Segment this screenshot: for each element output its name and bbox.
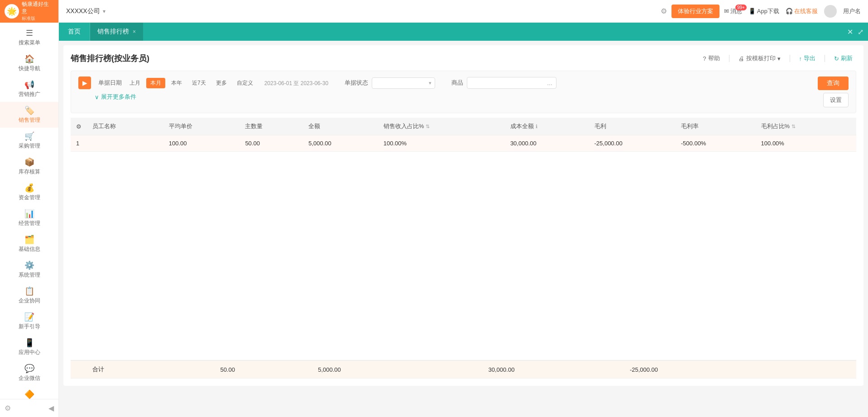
summary-gross-ratio — [815, 361, 856, 379]
online-service-button[interactable]: 🎧 在线客服 — [786, 7, 818, 15]
content-inner: 销售排行榜(按业务员) ? 帮助 🖨 按模板打印 ▾ ↑ — [63, 45, 863, 386]
expand-icon: ∨ — [95, 94, 99, 101]
sidebar-item-wechat[interactable]: 💬 企业微信 — [0, 360, 58, 386]
tab-home[interactable]: 首页 — [59, 23, 90, 41]
sidebar-item-operations[interactable]: 📊 经营管理 — [0, 205, 58, 231]
th-gross: 毛利 — [589, 118, 676, 135]
date-tab-thismonth[interactable]: 本月 — [146, 78, 165, 88]
sidebar-settings-icon[interactable]: ⚙ — [5, 404, 11, 412]
sidebar: 🌟 畅康通好生意 标准版 ☰ 搜索菜单 🏠 快捷导航 📢 营销推广 🏷️ 销售管… — [0, 0, 59, 417]
goods-input-dots[interactable]: ... — [547, 79, 552, 86]
trial-button[interactable]: 体验行业方案 — [671, 5, 719, 18]
member-icon: 🔶 — [24, 389, 34, 399]
sidebar-item-appstore[interactable]: 📱 应用中心 — [0, 334, 58, 360]
divider3 — [825, 55, 825, 62]
sidebar-item-basic[interactable]: 🗂️ 基础信息 — [0, 231, 58, 257]
sidebar-item-purchase[interactable]: 🛒 采购管理 — [0, 128, 58, 153]
cell-gross-ratio: 100.00% — [756, 135, 856, 152]
company-dropdown-icon[interactable]: ▾ — [103, 8, 106, 14]
date-tab-7days[interactable]: 近7天 — [188, 78, 210, 88]
filter-action-buttons: 查询 设置 — [810, 77, 849, 107]
sidebar-item-label: 快捷导航 — [19, 65, 40, 72]
help-button[interactable]: ? 帮助 — [699, 53, 723, 64]
sidebar-item-label: 企业微信 — [19, 374, 40, 382]
filter-toggle-button[interactable]: ▶ — [78, 77, 91, 89]
sidebar-item-sales[interactable]: 🏷️ 销售管理 — [0, 102, 58, 128]
sidebar-item-search[interactable]: ☰ 搜索菜单 — [0, 24, 58, 50]
page-content: 销售排行榜(按业务员) ? 帮助 🖨 按模板打印 ▾ ↑ — [59, 41, 868, 417]
cost-info-icon[interactable]: ℹ — [536, 124, 537, 129]
sidebar-item-label: 企业协同 — [19, 297, 40, 305]
expand-more-button[interactable]: ∨ 展开更多条件 — [78, 93, 810, 101]
sidebar-item-label: 资金管理 — [19, 194, 40, 201]
sidebar-item-collab[interactable]: 📋 企业协同 — [0, 283, 58, 308]
date-tab-lastmonth[interactable]: 上月 — [125, 78, 144, 88]
message-button[interactable]: ✉ 消息 99+ — [724, 7, 742, 15]
goods-label: 商品 — [451, 79, 463, 87]
summary-amount: 5,000.00 — [312, 361, 441, 379]
date-tab-custom[interactable]: 自定义 — [233, 78, 257, 88]
export-button[interactable]: ↑ 导出 — [796, 53, 820, 64]
summary-table: 合计 50.00 5,000.00 30,000.00 -25,000.00 — [71, 360, 856, 379]
goods-input-wrapper: ... — [467, 77, 556, 89]
message-badge: 99+ — [735, 5, 747, 10]
topbar-company: XXXXX公司 ▾ — [66, 7, 656, 15]
service-icon: 🎧 — [786, 8, 793, 14]
sales-icon: 🏷️ — [24, 105, 34, 115]
sidebar-item-label: 新手引导 — [19, 323, 40, 331]
sidebar-item-member[interactable]: 🔶 畅会员 — [0, 386, 58, 399]
sidebar-item-finance[interactable]: 💰 资金管理 — [0, 179, 58, 205]
date-range-wrapper: 2023-06-01 至 2023-06-30 — [264, 79, 328, 87]
topbar-gear-icon[interactable]: ⚙ — [661, 7, 667, 15]
print-dropdown-icon: ▾ — [777, 55, 781, 62]
filter-controls: ▶ 单据日期 上月 本月 本年 近7天 更多 自定义 — [78, 77, 810, 101]
tab-close-all-icon[interactable]: ✕ — [847, 28, 853, 36]
summary-qty: 50.00 — [215, 361, 312, 379]
tab-close-icon[interactable]: × — [133, 29, 136, 35]
cell-gross: -25,000.00 — [589, 135, 676, 152]
sort-icon[interactable]: ⇅ — [426, 124, 430, 129]
main-content: XXXXX公司 ▾ ⚙ 体验行业方案 ✉ 消息 99+ 📱 App下载 🎧 在线… — [59, 0, 868, 417]
sidebar-item-system[interactable]: ⚙️ 系统管理 — [0, 257, 58, 283]
tabbar: 首页 销售排行榜 × ✕ ⤢ — [59, 23, 868, 41]
export-icon: ↑ — [799, 55, 802, 62]
goods-input[interactable] — [471, 80, 547, 86]
refresh-icon: ↻ — [834, 55, 839, 62]
sidebar-collapse-icon[interactable]: ◀ — [48, 404, 54, 412]
sidebar-item-label: 库存核算 — [19, 168, 40, 176]
filter-goods-item: 商品 ... — [451, 77, 556, 89]
sidebar-item-marketing[interactable]: 📢 营销推广 — [0, 76, 58, 102]
sidebar-item-guide[interactable]: 📝 新手引导 — [0, 308, 58, 334]
home-icon: 🏠 — [24, 54, 34, 64]
refresh-button[interactable]: ↻ 刷新 — [830, 53, 856, 64]
app-icon: 📱 — [748, 8, 756, 14]
sidebar-item-inventory[interactable]: 📦 库存核算 — [0, 153, 58, 179]
tab-sales-rank[interactable]: 销售排行榜 × — [90, 23, 143, 41]
gross-sort-icon[interactable]: ⇅ — [791, 124, 796, 129]
summary-sales-ratio — [441, 361, 483, 379]
query-button[interactable]: 查询 — [818, 77, 849, 90]
user-avatar[interactable] — [824, 5, 837, 18]
purchase-icon: 🛒 — [24, 131, 34, 141]
sidebar-bottom: ⚙ ◀ — [0, 399, 58, 417]
print-button[interactable]: 🖨 按模板打印 ▾ — [735, 53, 784, 64]
finance-icon: 💰 — [24, 183, 34, 193]
status-select[interactable] — [372, 77, 435, 89]
collab-icon: 📋 — [24, 286, 34, 296]
company-name: XXXXX公司 — [66, 7, 100, 15]
sidebar-item-shortcut[interactable]: 🏠 快捷导航 — [0, 50, 58, 76]
date-tabs: 上月 本月 本年 近7天 更多 自定义 — [125, 78, 257, 88]
date-tab-more[interactable]: 更多 — [212, 78, 231, 88]
tab-expand-icon[interactable]: ⤢ — [858, 28, 863, 36]
message-icon: ✉ — [724, 8, 729, 14]
page-actions: ? 帮助 🖨 按模板打印 ▾ ↑ 导出 — [699, 53, 856, 64]
sidebar-item-label: 采购管理 — [19, 142, 40, 150]
date-tab-thisyear[interactable]: 本年 — [167, 78, 186, 88]
table-row: 1 100.00 50.00 5,000.00 100.00% 30,000.0… — [71, 135, 856, 152]
th-settings[interactable]: ⚙ — [71, 118, 87, 135]
setting-button[interactable]: 设置 — [823, 93, 849, 107]
th-cost: 成本全额 ℹ — [505, 118, 589, 135]
filter-section: ▶ 单据日期 上月 本月 本年 近7天 更多 自定义 — [71, 71, 856, 113]
app-download-button[interactable]: 📱 App下载 — [748, 7, 779, 15]
cell-name — [87, 135, 163, 152]
